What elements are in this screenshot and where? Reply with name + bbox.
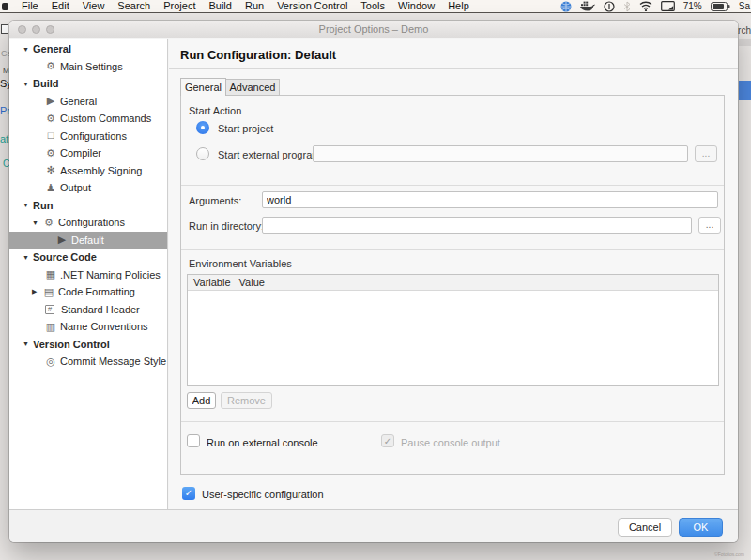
start-action-heading: Start Action — [189, 105, 241, 116]
start-external-program-radio[interactable] — [196, 147, 209, 160]
sidebar-item-main-settings[interactable]: ⚙ Main Settings — [9, 58, 167, 76]
start-external-program-label[interactable]: Start external program: — [218, 149, 324, 160]
sidebar-item-label: Main Settings — [60, 61, 123, 72]
sidebar-item-label: Configurations — [58, 217, 125, 228]
options-sidebar: ▼ General ⚙ Main Settings ▼ Build ▶ Gene… — [9, 39, 168, 509]
sidebar-item-label: General — [33, 43, 71, 54]
certificate-icon: ✻ — [44, 165, 57, 175]
sidebar-item-build-general[interactable]: ▶ General — [9, 93, 167, 111]
sidebar-item-run-configurations[interactable]: ▼ ⚙ Configurations — [9, 214, 167, 232]
pause-console-output-checkbox[interactable] — [381, 434, 394, 447]
menu-bar: File Edit View Search Project Build Run … — [0, 0, 751, 13]
docker-icon[interactable] — [580, 1, 595, 11]
sidebar-item-output[interactable]: ♟ Output — [9, 179, 167, 197]
list-icon: ▥ — [44, 322, 57, 332]
cancel-button[interactable]: Cancel — [618, 518, 672, 537]
sidebar-item-label: Run — [33, 200, 53, 211]
sidebar-item-assembly-signing[interactable]: ✻ Assembly Signing — [9, 162, 167, 180]
sidebar-item-label: Commit Message Style — [60, 356, 166, 367]
gear-icon: ⚙ — [42, 218, 55, 228]
sidebar-item-name-conventions[interactable]: ▥ Name Conventions — [9, 318, 167, 336]
display-mirroring-icon[interactable] — [661, 1, 675, 11]
sidebar-item-label: Custom Commands — [60, 113, 151, 124]
run-on-external-console-checkbox[interactable] — [187, 434, 200, 447]
menu-status-area: 71% Sa — [560, 0, 751, 12]
start-project-radio[interactable] — [196, 121, 209, 134]
start-project-label[interactable]: Start project — [218, 123, 273, 134]
circled-info-icon[interactable] — [604, 1, 615, 12]
wifi-icon[interactable] — [639, 1, 652, 11]
user-specific-configuration-label[interactable]: User-specific configuration — [202, 489, 324, 500]
run-in-directory-label: Run in directory: — [189, 220, 264, 232]
sidebar-item-label: Version Control — [33, 339, 110, 350]
background-toolbar-fragment — [739, 39, 751, 46]
menu-file[interactable]: File — [22, 0, 38, 12]
compiler-icon: ⚙ — [44, 148, 57, 159]
external-program-input[interactable] — [313, 145, 688, 162]
sidebar-item-version-control-section[interactable]: ▼ Version Control — [9, 336, 167, 354]
menu-version-control[interactable]: Version Control — [277, 0, 347, 12]
play-icon: ▶ — [55, 235, 69, 245]
apple-menu-icon[interactable] — [2, 3, 8, 10]
add-button[interactable]: Add — [187, 392, 216, 409]
menu-tools[interactable]: Tools — [360, 0, 385, 12]
sidebar-item-code-formatting[interactable]: ▶ ▤ Code Formatting — [9, 283, 167, 301]
ok-button[interactable]: OK — [679, 518, 723, 537]
dialog-titlebar: Project Options – Demo — [9, 21, 738, 38]
table-body[interactable] — [188, 291, 718, 385]
arguments-label: Arguments: — [189, 195, 241, 206]
menu-build[interactable]: Build — [208, 0, 231, 12]
globe-icon[interactable] — [560, 1, 572, 12]
menu-edit[interactable]: Edit — [52, 0, 69, 12]
sidebar-item-label: Standard Header — [61, 304, 140, 315]
gear-icon: ⚙ — [44, 114, 57, 124]
column-variable: Variable — [193, 277, 231, 288]
gear-icon: ⚙ — [44, 61, 57, 71]
arguments-input[interactable] — [262, 191, 718, 208]
tab-general[interactable]: General — [180, 78, 226, 96]
square-icon: □ — [44, 130, 57, 141]
watermark: ©Fotolios.com — [714, 552, 744, 557]
divider — [181, 421, 724, 422]
run-on-external-console-label[interactable]: Run on external console — [207, 437, 318, 448]
user-specific-configuration-checkbox[interactable] — [182, 487, 195, 500]
sidebar-item-default[interactable]: ▶ Default — [9, 232, 167, 250]
sidebar-item-label: Build — [33, 78, 59, 89]
tab-advanced[interactable]: Advanced — [226, 79, 280, 96]
menu-help[interactable]: Help — [448, 0, 469, 12]
sidebar-item-run-section[interactable]: ▼ Run — [9, 197, 167, 215]
table-header: Variable Value — [188, 275, 718, 291]
chevron-down-icon: ▼ — [23, 46, 33, 53]
browse-external-program-button[interactable]: ... — [695, 145, 717, 162]
sidebar-item-custom-commands[interactable]: ⚙ Custom Commands — [9, 110, 167, 128]
sidebar-item-label: .NET Naming Policies — [60, 269, 161, 280]
sidebar-item-label: Configurations — [60, 130, 127, 142]
environment-variables-table: Variable Value — [187, 274, 719, 386]
bluetooth-icon[interactable] — [623, 1, 631, 12]
run-in-directory-input[interactable] — [262, 217, 692, 234]
browse-run-directory-button[interactable]: ... — [698, 217, 721, 234]
menu-window[interactable]: Window — [398, 0, 435, 12]
chevron-down-icon: ▼ — [23, 254, 33, 261]
sidebar-item-net-naming-policies[interactable]: ▦ .NET Naming Policies — [9, 266, 167, 284]
sidebar-item-general-section[interactable]: ▼ General — [9, 40, 167, 58]
sidebar-item-compiler[interactable]: ⚙ Compiler — [9, 144, 167, 162]
battery-percent-label: 71% — [683, 0, 702, 12]
sidebar-item-build-section[interactable]: ▼ Build — [9, 75, 167, 93]
menu-run[interactable]: Run — [245, 0, 264, 12]
sidebar-item-label: Output — [60, 182, 91, 193]
remove-button[interactable]: Remove — [221, 392, 272, 409]
sidebar-item-standard-header[interactable]: # Standard Header — [9, 301, 167, 319]
menu-clock-label[interactable]: Sa — [739, 0, 750, 12]
menu-view[interactable]: View — [83, 0, 105, 12]
battery-icon[interactable] — [711, 2, 730, 11]
document-icon: ▤ — [42, 287, 55, 297]
sidebar-item-commit-message-style[interactable]: ◎ Commit Message Style — [9, 353, 167, 371]
chevron-down-icon: ▼ — [23, 81, 33, 87]
sidebar-item-build-configurations[interactable]: □ Configurations — [9, 128, 167, 145]
dialog-footer: Cancel OK — [9, 509, 738, 542]
sidebar-item-source-code-section[interactable]: ▼ Source Code — [9, 249, 167, 266]
chevron-down-icon: ▼ — [32, 219, 42, 226]
menu-search[interactable]: Search — [117, 0, 150, 12]
menu-project[interactable]: Project — [163, 0, 195, 12]
